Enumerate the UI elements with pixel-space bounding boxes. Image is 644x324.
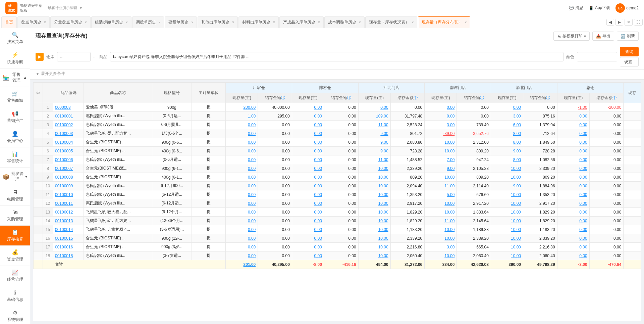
- tab-chancheng-close[interactable]: ×: [318, 20, 320, 24]
- row-jiangbei-qty[interactable]: 10.00: [358, 217, 390, 225]
- row-jiangbei-qty[interactable]: 9.00: [358, 147, 390, 155]
- row-yubei-qty[interactable]: 3.00: [491, 112, 523, 121]
- row-chen-qty[interactable]: 0.00: [292, 103, 324, 112]
- search-btn[interactable]: 查询: [620, 47, 639, 56]
- row-total-qty[interactable]: 0.00: [557, 225, 589, 234]
- app-download-btn[interactable]: 📱 App下载: [589, 5, 610, 11]
- tab-qita[interactable]: 其他出库单历史 ×: [198, 16, 238, 28]
- row-total-qty[interactable]: 0.00: [557, 234, 589, 243]
- row-nanan-qty[interactable]: 10.00: [425, 208, 457, 217]
- filter-toggle-btn[interactable]: ▶: [36, 53, 44, 61]
- sidebar-item-ecommerce[interactable]: 🖥 电商管理: [0, 186, 30, 206]
- row-jiangbei-qty[interactable]: 10.00: [358, 225, 390, 234]
- row-chen-qty[interactable]: 0.00: [292, 129, 324, 138]
- color-input[interactable]: [577, 52, 617, 61]
- row-yubei-qty[interactable]: 10.00: [491, 173, 523, 182]
- row-yubei-qty[interactable]: 9.00: [491, 182, 523, 190]
- tab-cailiao-close[interactable]: ×: [273, 20, 275, 24]
- tab-next[interactable]: ▶: [615, 19, 623, 26]
- row-factory-qty[interactable]: 0.00: [226, 155, 258, 164]
- row-code[interactable]: 00100010: [53, 190, 84, 199]
- row-factory-qty[interactable]: 1.00: [226, 112, 258, 121]
- row-total-qty[interactable]: -1.00: [557, 103, 589, 112]
- row-total-qty[interactable]: 0.00: [557, 121, 589, 129]
- tab-yaohuo[interactable]: 要货单历史 ×: [165, 16, 197, 28]
- row-factory-qty[interactable]: 0.00: [226, 208, 258, 217]
- sidebar-item-operation[interactable]: 📈 经营管理: [0, 266, 30, 286]
- row-jiangbei-qty[interactable]: 9.00: [358, 138, 390, 147]
- expand-conditions-btn[interactable]: ▼ 展开更多条件: [36, 71, 65, 77]
- sidebar-item-nav[interactable]: ⚡ 快捷导航: [0, 48, 30, 68]
- row-jiangbei-qty[interactable]: 0.00: [358, 103, 390, 112]
- print-btn[interactable]: 🖨 按模板打印 ▾: [553, 32, 590, 41]
- row-nanan-qty[interactable]: 10.00: [425, 251, 457, 260]
- row-factory-qty[interactable]: 0.00: [226, 173, 258, 182]
- tab-qita-close[interactable]: ×: [232, 20, 234, 24]
- row-code[interactable]: 00100008: [53, 173, 84, 182]
- row-code[interactable]: 00100005: [53, 147, 84, 155]
- tab-fullscreen[interactable]: ⛶: [634, 19, 643, 26]
- row-code[interactable]: 00100001: [53, 112, 84, 121]
- row-yubei-qty[interactable]: 8.00: [491, 129, 523, 138]
- sidebar-item-wholesale[interactable]: 📦 批发管理 ▾: [0, 168, 30, 186]
- row-factory-qty[interactable]: 0.00: [226, 190, 258, 199]
- sidebar-item-mall[interactable]: 🛒 零售商城: [0, 87, 30, 107]
- row-factory-qty[interactable]: 200.00: [226, 103, 258, 112]
- sidebar-item-retail[interactable]: 🏪 零售管理 ▲: [0, 68, 30, 87]
- row-chen-qty[interactable]: 0.00: [292, 225, 324, 234]
- row-factory-qty[interactable]: 0.00: [226, 121, 258, 129]
- row-jiangbei-qty[interactable]: 11.00: [358, 155, 390, 164]
- tab-kucun-dist-close[interactable]: ×: [465, 20, 467, 24]
- row-code[interactable]: 00100018: [53, 251, 84, 260]
- row-factory-qty[interactable]: 0.00: [226, 217, 258, 225]
- tab-close-all[interactable]: ✕: [625, 19, 633, 26]
- row-total-qty[interactable]: 0.00: [557, 199, 589, 208]
- tab-kucun-status[interactable]: 现存量（库存状况表） ×: [365, 16, 418, 28]
- row-jiangbei-qty[interactable]: 10.00: [358, 199, 390, 208]
- row-factory-qty[interactable]: 0.00: [226, 234, 258, 243]
- row-nanan-qty[interactable]: 10.00: [425, 199, 457, 208]
- tab-diaopo-close[interactable]: ×: [159, 20, 161, 24]
- row-yubei-qty[interactable]: 9.00: [491, 147, 523, 155]
- row-factory-qty[interactable]: 0.00: [226, 199, 258, 208]
- row-code[interactable]: 00100003: [53, 129, 84, 138]
- row-jiangbei-qty[interactable]: 11.00: [358, 121, 390, 129]
- row-nanan-qty[interactable]: 5.00: [425, 190, 457, 199]
- row-total-qty[interactable]: 0.00: [557, 243, 589, 251]
- row-factory-qty[interactable]: 0.00: [226, 243, 258, 251]
- row-yubei-qty[interactable]: 10.00: [491, 225, 523, 234]
- row-chen-qty[interactable]: 0.00: [292, 112, 324, 121]
- row-jiangbei-qty[interactable]: 10.00: [358, 164, 390, 173]
- row-factory-qty[interactable]: 0.00: [226, 251, 258, 260]
- row-code[interactable]: 00100011: [53, 199, 84, 208]
- row-yubei-qty[interactable]: 10.00: [491, 243, 523, 251]
- row-yubei-qty[interactable]: 10.00: [491, 234, 523, 243]
- row-factory-qty[interactable]: 0.00: [226, 182, 258, 190]
- row-jiangbei-qty[interactable]: 10.00: [358, 243, 390, 251]
- row-jiangbei-qty[interactable]: 10.00: [358, 190, 390, 199]
- tab-chengtiao-close[interactable]: ×: [359, 20, 361, 24]
- row-total-qty[interactable]: 0.00: [557, 173, 589, 182]
- row-code[interactable]: 00100013: [53, 217, 84, 225]
- row-factory-qty[interactable]: 0.00: [226, 129, 258, 138]
- tab-pandian[interactable]: 盘点单历史 ×: [17, 16, 50, 28]
- row-yubei-qty[interactable]: 6.00: [491, 121, 523, 129]
- row-chen-qty[interactable]: 0.00: [292, 234, 324, 243]
- row-total-qty[interactable]: 0.00: [557, 147, 589, 155]
- settings-btn[interactable]: 设置: [620, 57, 639, 66]
- row-total-qty[interactable]: 0.00: [557, 251, 589, 260]
- row-chen-qty[interactable]: 0.00: [292, 243, 324, 251]
- row-total-qty[interactable]: 0.00: [557, 155, 589, 164]
- sidebar-item-search[interactable]: 🔍 搜索英单: [0, 28, 30, 48]
- tab-kucun-dist[interactable]: 现存量（库存分布表） ×: [418, 16, 470, 28]
- export-btn[interactable]: 📤 导出: [592, 32, 614, 41]
- row-code[interactable]: 00100004: [53, 138, 84, 147]
- tab-zuche-close[interactable]: ×: [126, 20, 128, 24]
- row-chen-qty[interactable]: 0.00: [292, 155, 324, 164]
- row-code[interactable]: 00100014: [53, 225, 84, 234]
- row-chen-qty[interactable]: 0.00: [292, 138, 324, 147]
- row-yubei-qty[interactable]: 10.00: [491, 251, 523, 260]
- warehouse-input[interactable]: [57, 52, 91, 61]
- row-chen-qty[interactable]: 0.00: [292, 164, 324, 173]
- tab-diaopo[interactable]: 调拨单历史 ×: [132, 16, 164, 28]
